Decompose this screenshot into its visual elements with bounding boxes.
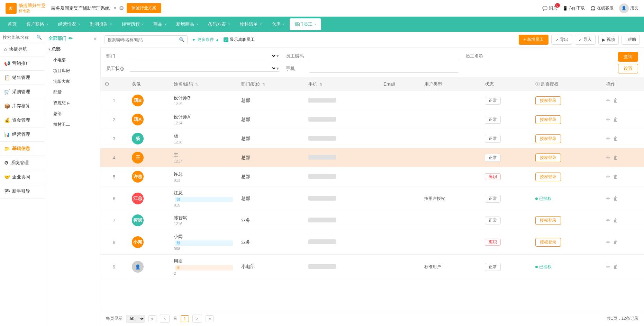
nav-tab-首页[interactable]: 首页 (3, 18, 21, 30)
delete-button[interactable]: 🗑 (613, 136, 618, 141)
sidebar-item-purchase[interactable]: 🛒采购管理 (0, 86, 45, 98)
trial-button[interactable]: 体验行业方案 (127, 3, 161, 13)
sidebar-item-inventory[interactable]: 📦库存核算 (0, 100, 45, 112)
edit-button[interactable]: ✏ (606, 174, 610, 179)
show-resigned-checkbox[interactable]: ✓ (224, 37, 228, 42)
emp-name-filter-input[interactable] (489, 52, 638, 60)
nav-tab-close-icon[interactable]: × (164, 23, 166, 26)
delete-button[interactable]: 🗑 (613, 174, 618, 179)
emp-code-filter-input[interactable] (309, 52, 459, 60)
dept-tree-item[interactable]: 沈阳大库 (45, 76, 100, 87)
col-dept[interactable]: 部门/职位 ⇅ (237, 77, 305, 91)
nav-tab-close-icon[interactable]: × (260, 23, 262, 26)
dept-tree-item[interactable]: 总部 (45, 108, 100, 119)
dept-tree-item[interactable]: 小电部 (45, 55, 100, 65)
auth-info-icon[interactable]: ⓘ (535, 81, 540, 87)
auth-login-button[interactable]: 授权登录 (535, 216, 561, 225)
nav-tab-close-icon[interactable]: × (283, 23, 285, 26)
nav-tab-经营情况[interactable]: 经营情况× (53, 18, 85, 30)
nav-tab-close-icon[interactable]: × (46, 23, 48, 26)
nav-tab-经营历程[interactable]: 经营历程× (117, 18, 149, 30)
dept-edit-icon[interactable]: ✏ (69, 36, 73, 41)
search-box[interactable]: 🔍 (105, 35, 188, 44)
sidebar-search-input[interactable] (3, 35, 36, 40)
nav-tab-close-icon[interactable]: × (110, 23, 112, 26)
sidebar-item-system[interactable]: ⚙系统管理 (0, 157, 45, 169)
nav-tab-物料清单[interactable]: 物料清单× (235, 18, 267, 30)
nav-tab-close-icon[interactable]: × (315, 23, 317, 26)
delete-button[interactable]: 🗑 (613, 264, 618, 270)
col-settings[interactable]: ⚙ (100, 77, 128, 91)
page-size-select[interactable]: 50 100 200 (126, 315, 145, 323)
auth-login-button[interactable]: 授权登录 (535, 153, 561, 162)
add-employee-button[interactable]: + 新增员工 (519, 35, 548, 45)
nav-tab-仓库[interactable]: 仓库× (267, 18, 290, 30)
export-button[interactable]: ↗ 导出 (551, 35, 572, 45)
dept-tree-item[interactable]: 配货 (45, 87, 100, 98)
nav-tab-商品[interactable]: 商品× (148, 18, 171, 30)
dept-tree-item[interactable]: 植树王二 (45, 119, 100, 130)
dept-filter-select[interactable] (130, 53, 276, 59)
edit-button[interactable]: ✏ (606, 155, 610, 160)
status-filter-select-wrapper[interactable]: ▾ (130, 65, 279, 72)
sidebar-item-basic-info[interactable]: 📁基础信息 (0, 142, 45, 155)
search-input[interactable] (108, 37, 177, 42)
table-settings-icon[interactable]: ⚙ (105, 81, 109, 87)
first-page-button[interactable]: « (148, 315, 156, 322)
next-page-button[interactable]: ＞ (192, 315, 202, 323)
message-button[interactable]: 💬 消息 6 (542, 5, 557, 11)
delete-button[interactable]: 🗑 (613, 155, 618, 160)
import-button[interactable]: ↙ 导入 (575, 35, 596, 45)
sidebar-item-operations[interactable]: 📊经营管理 (0, 128, 45, 141)
auth-login-button[interactable]: 授权登录 (535, 238, 561, 247)
more-filter-button[interactable]: ▼ 更多条件 ▲ (192, 37, 219, 43)
nav-tab-部门员工[interactable]: 部门员工× (290, 18, 321, 30)
nav-tab-close-icon[interactable]: × (78, 23, 80, 26)
phone-filter-input[interactable] (309, 64, 459, 73)
auth-login-button[interactable]: 授权登录 (535, 115, 561, 124)
auth-login-button[interactable]: 授权登录 (535, 173, 561, 181)
dept-tree-item[interactable]: ▾总部 (45, 44, 100, 55)
edit-button[interactable]: ✏ (606, 98, 610, 103)
help-button[interactable]: | 帮助 (622, 35, 640, 45)
nav-tab-close-icon[interactable]: × (228, 23, 230, 26)
nav-tab-客户联络[interactable]: 客户联络× (21, 18, 53, 30)
show-resigned-toggle[interactable]: ✓ 显示离职员工 (224, 37, 255, 43)
sidebar-item-sales[interactable]: 📋销售管理 (0, 71, 45, 84)
nav-tab-close-icon[interactable]: × (142, 23, 144, 26)
prev-page-button[interactable]: ＜ (160, 315, 170, 323)
nav-tab-利润报告[interactable]: 利润报告× (85, 18, 117, 30)
last-page-button[interactable]: » (206, 315, 214, 322)
delete-button[interactable]: 🗑 (613, 98, 618, 103)
dept-collapse-icon[interactable]: « (94, 36, 97, 41)
settings-icon[interactable]: ⚙ (119, 5, 124, 11)
col-phone[interactable]: 手机 ⇅ (304, 77, 379, 91)
sidebar-item-finance[interactable]: 💰资金管理 (0, 114, 45, 126)
edit-button[interactable]: ✏ (606, 136, 610, 141)
set-button[interactable]: 设置 (618, 64, 638, 73)
auth-login-button[interactable]: 授权登录 (535, 134, 561, 143)
dropdown-arrow-icon[interactable]: ▾ (114, 6, 116, 11)
auth-login-button[interactable]: 授权登录 (535, 96, 561, 105)
dept-tree-item[interactable]: 项目库房 (45, 65, 100, 76)
dept-tree-item[interactable]: 双鹿想▶ (45, 98, 100, 108)
nav-tab-条码方案[interactable]: 条码方案× (203, 18, 235, 30)
sidebar-item-collab[interactable]: 🤝企业协同 (0, 171, 45, 183)
sidebar-item-quick-nav[interactable]: ⌂快捷导航 (0, 43, 45, 55)
delete-button[interactable]: 🗑 (613, 218, 618, 223)
delete-button[interactable]: 🗑 (613, 117, 618, 122)
edit-button[interactable]: ✏ (606, 196, 610, 201)
edit-button[interactable]: ✏ (606, 117, 610, 122)
online-service-button[interactable]: 🎧 在线客服 (590, 5, 614, 11)
query-button[interactable]: 查询 (618, 52, 638, 62)
nav-tab-close-icon[interactable]: × (196, 23, 198, 26)
col-name[interactable]: 姓名/编码 ⇅ (170, 77, 237, 91)
delete-button[interactable]: 🗑 (613, 239, 618, 245)
dept-filter-select-wrapper[interactable]: ▾ (130, 53, 279, 59)
edit-button[interactable]: ✏ (606, 218, 610, 223)
video-button[interactable]: ▶ 视频 (598, 35, 619, 45)
user-area[interactable]: 👤 用友 (619, 3, 638, 13)
nav-tab-新增商品[interactable]: 新增商品× (171, 18, 203, 30)
status-filter-select[interactable] (130, 65, 276, 71)
delete-button[interactable]: 🗑 (613, 196, 618, 201)
